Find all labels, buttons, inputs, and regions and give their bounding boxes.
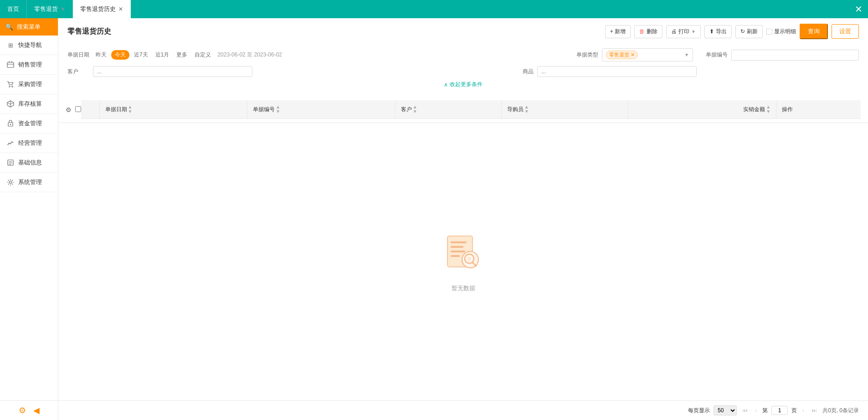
table-settings-icon[interactable]: ⚙ xyxy=(66,106,72,113)
sidebar-nav: ⊞ 快捷导航 销售管理 采购管理 库存核算 xyxy=(0,36,58,400)
next-page-button[interactable]: › xyxy=(801,406,806,415)
sort-icon-number: ▲▼ xyxy=(276,105,280,114)
first-page-button[interactable]: ⏮ xyxy=(740,406,750,415)
svg-rect-10 xyxy=(451,251,465,252)
prev-page-button[interactable]: ‹ xyxy=(753,406,759,415)
type-tag-close[interactable]: ✕ xyxy=(631,52,635,58)
col-number: 单据编号 ▲▼ xyxy=(247,100,395,119)
sort-date[interactable]: 单据日期 ▲▼ xyxy=(105,105,242,114)
sidebar-item-finance[interactable]: 资金管理 xyxy=(0,114,58,133)
settings-bottom-button[interactable]: ⚙ xyxy=(19,405,26,415)
date-btn-more[interactable]: 更多 xyxy=(174,50,190,60)
tab-retail-return[interactable]: 零售退货 ✕ xyxy=(27,0,73,18)
svg-rect-0 xyxy=(7,62,14,67)
delete-icon: 🗑 xyxy=(639,28,645,35)
tab-home[interactable]: 首页 xyxy=(0,0,27,18)
date-btn-yesterday[interactable]: 昨天 xyxy=(93,50,109,60)
sidebar-item-inventory[interactable]: 库存核算 xyxy=(0,94,58,114)
date-btn-today[interactable]: 今天 xyxy=(111,50,129,60)
select-all-checkbox[interactable] xyxy=(75,106,81,112)
filter-row-1: 单据日期 昨天 今天 近7天 近1月 更多 自定义 2023-06-02 至 2… xyxy=(67,48,859,61)
new-button[interactable]: + 新增 xyxy=(605,25,631,38)
setting-button[interactable]: 设置 xyxy=(832,24,859,39)
inventory-icon xyxy=(6,100,15,108)
date-label: 单据日期 xyxy=(67,51,93,59)
type-dropdown-arrow: ▼ xyxy=(684,52,689,57)
svg-point-15 xyxy=(467,257,471,261)
date-btn-7days[interactable]: 近7天 xyxy=(131,50,151,60)
grid-icon: ⊞ xyxy=(6,41,15,49)
collapse-sidebar-button[interactable]: ◀ xyxy=(33,405,40,415)
refresh-icon: ↻ xyxy=(740,28,745,35)
empty-state: 暂无数据 xyxy=(58,123,868,400)
sort-icon-amount: ▲▼ xyxy=(766,105,770,114)
delete-button[interactable]: 🗑 删除 xyxy=(634,25,663,38)
col-amount: 实销金额 ▲▼ xyxy=(628,100,776,119)
sort-customer[interactable]: 客户 ▲▼ xyxy=(401,105,496,114)
operation-icon xyxy=(6,139,15,147)
display-checkbox[interactable] xyxy=(766,29,772,35)
goods-input[interactable] xyxy=(537,66,697,77)
customer-input[interactable] xyxy=(93,66,252,77)
toolbar: + 新增 🗑 删除 🖨 打印 ▼ ⬆ 导出 xyxy=(605,24,859,39)
svg-rect-11 xyxy=(451,255,460,257)
basic-info-icon xyxy=(6,159,15,167)
number-input[interactable] xyxy=(731,50,859,61)
type-label: 单据类型 xyxy=(571,51,598,59)
print-button[interactable]: 🖨 打印 ▼ xyxy=(666,25,701,38)
col-action: 操作 xyxy=(776,100,861,119)
sort-icon-guide: ▲▼ xyxy=(524,105,529,114)
query-button[interactable]: 查询 xyxy=(800,24,828,39)
display-detail-toggle[interactable]: 显示明细 xyxy=(766,28,796,36)
last-page-button[interactable]: ⏭ xyxy=(810,406,819,415)
svg-rect-9 xyxy=(451,246,463,248)
window-close-button[interactable]: ✕ xyxy=(849,4,868,15)
goods-label: 商品 xyxy=(515,68,534,76)
sidebar-item-sales-mgmt[interactable]: 销售管理 xyxy=(0,55,58,75)
empty-icon xyxy=(441,231,486,277)
sort-amount[interactable]: 实销金额 ▲▼ xyxy=(634,105,770,114)
svg-point-1 xyxy=(9,86,10,87)
type-tag[interactable]: 零售退货 ✕ xyxy=(606,51,638,59)
date-btn-1month[interactable]: 近1月 xyxy=(153,50,172,60)
type-selector[interactable]: 零售退货 ✕ ▼ xyxy=(602,48,693,61)
filter-area: 单据日期 昨天 今天 近7天 近1月 更多 自定义 2023-06-02 至 2… xyxy=(58,44,868,97)
table-section: ⚙ 单据日期 ▲▼ xyxy=(58,97,868,400)
sort-guide[interactable]: 导购员 ▲▼ xyxy=(507,105,623,114)
sort-icon-date: ▲▼ xyxy=(128,105,133,114)
date-btn-custom[interactable]: 自定义 xyxy=(192,50,214,60)
system-icon xyxy=(6,178,15,186)
chevron-up-icon: ∧ xyxy=(444,82,448,88)
sidebar-bottom: ⚙ ◀ xyxy=(0,400,58,420)
col-date: 单据日期 ▲▼ xyxy=(99,100,247,119)
svg-rect-8 xyxy=(451,241,467,243)
sidebar-item-basic-info[interactable]: 基础信息 xyxy=(0,153,58,173)
export-button[interactable]: ⬆ 导出 xyxy=(704,25,732,38)
number-label: 单据编号 xyxy=(702,51,728,59)
sidebar-item-quick-nav[interactable]: ⊞ 快捷导航 xyxy=(0,36,58,55)
sidebar-item-operation[interactable]: 经营管理 xyxy=(0,133,58,153)
tab-retail-return-history[interactable]: 零售退货历史 ✕ xyxy=(73,0,131,18)
filter-row-2: 客户 商品 xyxy=(67,66,859,77)
collapse-button[interactable]: ∧ 收起更多条件 xyxy=(438,79,488,90)
search-menu-button[interactable]: 🔍 搜索菜单 xyxy=(0,18,58,36)
per-page-select[interactable]: 50 10 20 100 xyxy=(714,405,737,415)
top-tabs: 首页 零售退货 ✕ 零售退货历史 ✕ xyxy=(0,0,849,18)
sort-icon-customer: ▲▼ xyxy=(413,105,417,114)
sidebar: 🔍 搜索菜单 ⊞ 快捷导航 销售管理 采购管理 xyxy=(0,18,58,420)
data-table: 单据日期 ▲▼ 单据编号 ▲▼ xyxy=(81,100,861,119)
customer-label: 客户 xyxy=(67,68,93,76)
main-layout: 🔍 搜索菜单 ⊞ 快捷导航 销售管理 采购管理 xyxy=(0,18,868,420)
page-number-input[interactable] xyxy=(771,406,788,415)
sidebar-item-system-mgmt[interactable]: 系统管理 xyxy=(0,173,58,192)
page-summary: 共0页, 0条记录 xyxy=(822,407,859,415)
sidebar-item-purchase-mgmt[interactable]: 采购管理 xyxy=(0,75,58,94)
search-icon: 🔍 xyxy=(5,23,13,31)
refresh-button[interactable]: ↻ 刷新 xyxy=(735,25,763,38)
pagination: 每页显示 50 10 20 100 ⏮ ‹ 第 页 › ⏭ 共0页, 0条记录 xyxy=(58,400,868,420)
tab2-close[interactable]: ✕ xyxy=(118,6,123,12)
empty-text: 暂无数据 xyxy=(452,284,475,292)
sort-number[interactable]: 单据编号 ▲▼ xyxy=(253,105,390,114)
content-area: 零售退货历史 + 新增 🗑 删除 🖨 打印 ▼ ⬆ xyxy=(58,18,868,420)
tab1-close[interactable]: ✕ xyxy=(61,6,65,12)
